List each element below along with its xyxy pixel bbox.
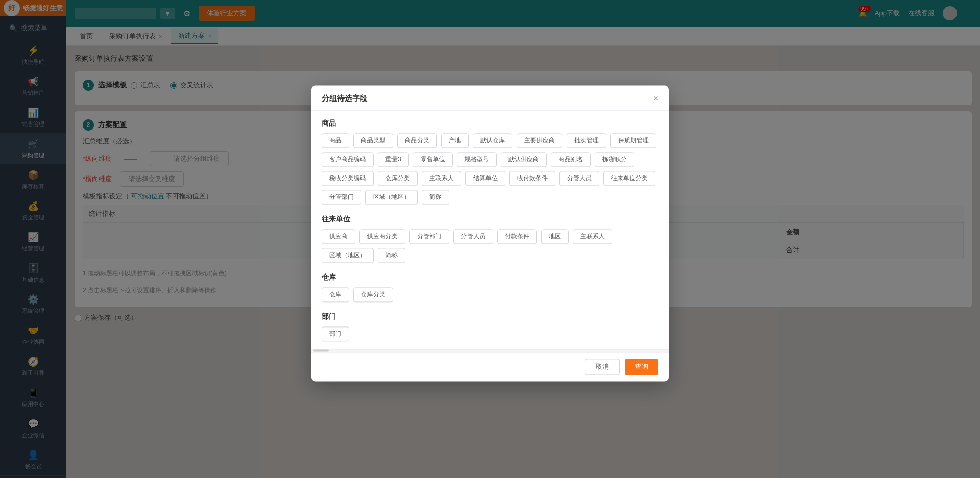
chip-product-22[interactable]: 分管部门 <box>322 190 361 205</box>
field-chips-department: 部门 <box>322 326 658 341</box>
chip-product-0[interactable]: 商品 <box>322 133 349 148</box>
modal-cancel-button[interactable]: 取消 <box>585 359 620 375</box>
scrollbar-thumb[interactable] <box>313 349 329 351</box>
chip-product-17[interactable]: 主联系人 <box>422 171 461 186</box>
chip-product-19[interactable]: 收付款条件 <box>509 171 555 186</box>
field-group-product-title: 商品 <box>322 119 658 128</box>
chip-product-6[interactable]: 批次管理 <box>567 133 606 148</box>
chip-warehouse-1[interactable]: 仓库分类 <box>353 287 393 302</box>
field-chips-warehouse: 仓库 仓库分类 <box>322 287 658 302</box>
chip-partner-1[interactable]: 供应商分类 <box>359 229 405 244</box>
modal-title: 分组待选字段 <box>322 94 368 104</box>
field-group-warehouse-title: 仓库 <box>322 273 658 282</box>
chip-product-16[interactable]: 仓库分类 <box>378 171 418 186</box>
chip-product-7[interactable]: 保质期管理 <box>610 133 656 148</box>
field-chips-partner: 供应商 供应商分类 分管部门 分管人员 付款条件 地区 主联系人 区域（地区） … <box>322 229 658 263</box>
chip-product-9[interactable]: 重量3 <box>378 152 409 167</box>
chip-partner-6[interactable]: 主联系人 <box>573 229 612 244</box>
chip-partner-4[interactable]: 付款条件 <box>497 229 537 244</box>
chip-department-0[interactable]: 部门 <box>322 326 349 341</box>
chip-product-18[interactable]: 结算单位 <box>465 171 505 186</box>
chip-product-5[interactable]: 主要供应商 <box>517 133 562 148</box>
chip-product-21[interactable]: 往来单位分类 <box>603 171 655 186</box>
chip-partner-5[interactable]: 地区 <box>541 229 569 244</box>
chip-product-10[interactable]: 零售单位 <box>413 152 453 167</box>
field-group-partner-title: 往来单位 <box>322 215 658 224</box>
chip-product-11[interactable]: 规格型号 <box>457 152 497 167</box>
field-chips-product: 商品 商品类型 商品分类 产地 默认仓库 主要供应商 批次管理 保质期管理 客户… <box>322 133 658 205</box>
modal-confirm-button[interactable]: 查询 <box>625 359 658 375</box>
chip-partner-0[interactable]: 供应商 <box>322 229 355 244</box>
chip-product-8[interactable]: 客户商品编码 <box>322 152 374 167</box>
scrollbar-track <box>311 349 669 352</box>
chip-partner-3[interactable]: 分管人员 <box>453 229 493 244</box>
modal-body: 商品 商品 商品类型 商品分类 产地 默认仓库 主要供应商 批次管理 保质期管理… <box>311 111 669 349</box>
chip-product-1[interactable]: 商品类型 <box>353 133 393 148</box>
chip-product-23[interactable]: 区域（地区） <box>365 190 418 205</box>
chip-warehouse-0[interactable]: 仓库 <box>322 287 349 302</box>
modal-scrollbar-area <box>311 349 669 352</box>
chip-product-4[interactable]: 默认仓库 <box>473 133 512 148</box>
modal-header: 分组待选字段 × <box>311 85 669 111</box>
field-group-department: 部门 部门 <box>322 312 658 341</box>
modal-footer: 取消 查询 <box>311 352 669 381</box>
chip-product-13[interactable]: 商品别名 <box>551 152 591 167</box>
modal-field-select: 分组待选字段 × 商品 商品 商品类型 商品分类 产地 默认仓库 主要供应商 批… <box>311 85 669 381</box>
chip-partner-7[interactable]: 区域（地区） <box>322 248 374 263</box>
field-group-partner: 往来单位 供应商 供应商分类 分管部门 分管人员 付款条件 地区 主联系人 区域… <box>322 215 658 263</box>
field-group-product: 商品 商品 商品类型 商品分类 产地 默认仓库 主要供应商 批次管理 保质期管理… <box>322 119 658 205</box>
chip-product-12[interactable]: 默认供应商 <box>501 152 547 167</box>
chip-partner-2[interactable]: 分管部门 <box>409 229 449 244</box>
chip-product-24[interactable]: 简称 <box>422 190 449 205</box>
chip-partner-8[interactable]: 简称 <box>378 248 405 263</box>
field-group-department-title: 部门 <box>322 312 658 321</box>
modal-close-button[interactable]: × <box>653 93 658 104</box>
chip-product-2[interactable]: 商品分类 <box>397 133 437 148</box>
chip-product-3[interactable]: 产地 <box>441 133 469 148</box>
chip-product-20[interactable]: 分管人员 <box>559 171 599 186</box>
chip-product-14[interactable]: 拣货积分 <box>595 152 634 167</box>
field-group-warehouse: 仓库 仓库 仓库分类 <box>322 273 658 302</box>
chip-product-15[interactable]: 税收分类编码 <box>322 171 374 186</box>
